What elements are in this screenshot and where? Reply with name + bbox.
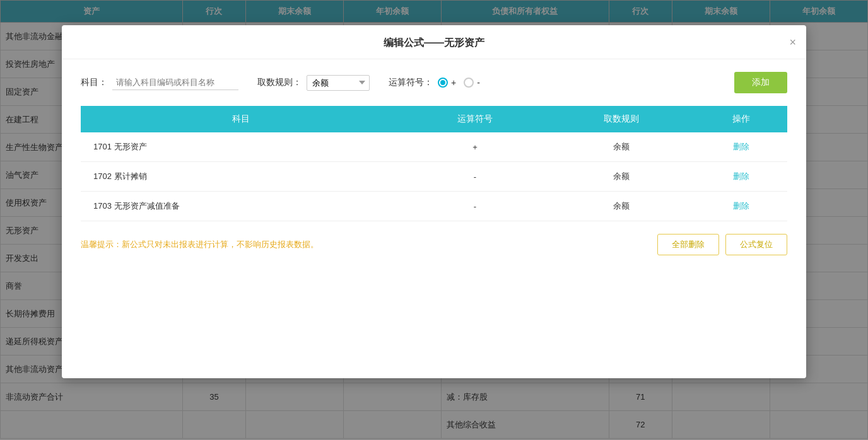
operator-group: 运算符号： + - [389, 77, 480, 88]
operator-minus-label: - [477, 78, 480, 88]
formula-subject: 1703 无形资产减值准备 [81, 192, 402, 221]
th-rule: 取数规则 [548, 106, 695, 132]
footer-buttons: 全部删除 公式复位 [657, 234, 787, 255]
subject-input[interactable] [112, 75, 238, 90]
table-row: 1702 累计摊销 - 余额 删除 [81, 162, 787, 192]
subject-group: 科目： [81, 75, 238, 90]
rule-group: 取数规则： 余额 借方 贷方 借方发生额 贷方发生额 [257, 75, 370, 91]
formula-action: 删除 [695, 162, 787, 192]
formula-operator: - [402, 192, 548, 221]
reset-formula-button[interactable]: 公式复位 [725, 234, 787, 255]
delete-all-button[interactable]: 全部删除 [657, 234, 719, 255]
modal-overlay: 编辑公式——无形资产 × 科目： 取数规则： 余额 借方 贷方 借方发生额 贷方… [0, 0, 868, 440]
delete-link[interactable]: 删除 [733, 142, 749, 151]
rule-label: 取数规则： [257, 77, 302, 88]
modal-title: 编辑公式——无形资产 [384, 37, 484, 50]
operator-minus-radio[interactable]: - [464, 78, 480, 88]
formula-table: 科目 运算符号 取数规则 操作 1701 无形资产 + 余额 删除 1702 累… [81, 106, 787, 221]
data-table-wrap: 科目 运算符号 取数规则 操作 1701 无形资产 + 余额 删除 1702 累… [62, 106, 806, 221]
form-row: 科目： 取数规则： 余额 借方 贷方 借方发生额 贷方发生额 运算符号： [62, 59, 806, 106]
operator-label: 运算符号： [389, 77, 433, 88]
rule-select[interactable]: 余额 借方 贷方 借方发生额 贷方发生额 [307, 75, 370, 91]
th-subject: 科目 [81, 106, 402, 132]
formula-subject: 1702 累计摊销 [81, 162, 402, 192]
table-row: 1703 无形资产减值准备 - 余额 删除 [81, 192, 787, 221]
formula-action: 删除 [695, 192, 787, 221]
modal-header: 编辑公式——无形资产 × [62, 25, 806, 59]
operator-plus-label: + [451, 78, 456, 88]
table-row: 1701 无形资产 + 余额 删除 [81, 132, 787, 162]
add-button[interactable]: 添加 [734, 72, 787, 93]
operator-plus-radio[interactable]: + [438, 78, 456, 88]
operator-minus-circle [464, 78, 474, 88]
formula-rule: 余额 [548, 192, 695, 221]
modal-close-button[interactable]: × [789, 37, 796, 48]
th-operator: 运算符号 [402, 106, 548, 132]
formula-subject: 1701 无形资产 [81, 132, 402, 162]
subject-label: 科目： [81, 77, 107, 88]
table-header-row: 科目 运算符号 取数规则 操作 [81, 106, 787, 132]
modal-footer: 温馨提示：新公式只对未出报表进行计算，不影响历史报表数据。 全部删除 公式复位 [62, 221, 806, 262]
edit-formula-modal: 编辑公式——无形资产 × 科目： 取数规则： 余额 借方 贷方 借方发生额 贷方… [62, 25, 806, 378]
delete-link[interactable]: 删除 [733, 201, 749, 211]
operator-plus-circle [438, 78, 448, 88]
formula-operator: + [402, 132, 548, 162]
formula-rule: 余额 [548, 162, 695, 192]
formula-rule: 余额 [548, 132, 695, 162]
formula-operator: - [402, 162, 548, 192]
formula-action: 删除 [695, 132, 787, 162]
rule-select-wrap: 余额 借方 贷方 借方发生额 贷方发生额 [307, 75, 370, 91]
hint-text: 温馨提示：新公式只对未出报表进行计算，不影响历史报表数据。 [81, 239, 319, 250]
th-action: 操作 [695, 106, 787, 132]
delete-link[interactable]: 删除 [733, 171, 749, 181]
operator-radio-group: + - [438, 78, 480, 88]
